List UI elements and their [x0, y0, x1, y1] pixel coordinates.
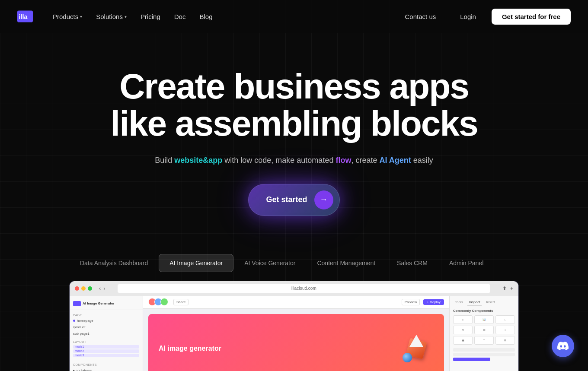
- browser-back-icon: ‹: [99, 285, 101, 292]
- highlight-flow: flow: [336, 156, 351, 165]
- layout-item-mode2[interactable]: mode2: [73, 349, 139, 353]
- app-layout: AI Image Generator PAGE homepage iproduc…: [70, 296, 518, 371]
- screenshot-inner: ‹ › illacloud.com ⬆ + AI Image Generator…: [70, 281, 518, 371]
- app-right-panel: Tools Inspect Insert Commonly Components…: [449, 296, 518, 371]
- component-item-5[interactable]: ▤: [474, 326, 494, 334]
- right-panel-section-title: Commonly Components: [453, 309, 515, 313]
- layout-item-mode3[interactable]: mode3: [73, 354, 139, 357]
- tab-sales-crm[interactable]: Sales CRM: [386, 254, 438, 272]
- component-item-8[interactable]: T: [474, 336, 494, 345]
- browser-url-bar[interactable]: illacloud.com: [118, 284, 490, 293]
- chevron-down-icon: ▾: [125, 14, 127, 19]
- nav-left: illa Products ▾ Solutions ▾ Pricing Doc …: [17, 9, 219, 24]
- browser-dot-minimize: [81, 286, 86, 291]
- sidebar-components-label: COMPONENTS: [70, 362, 143, 367]
- preview-button[interactable]: Preview: [402, 299, 420, 305]
- rp-tab-inspect[interactable]: Inspect: [467, 299, 482, 305]
- get-started-cta-button[interactable]: Get started →: [248, 184, 339, 216]
- sidebar-logo-row: AI Image Generator: [70, 299, 143, 310]
- component-item-2[interactable]: 📊: [474, 315, 494, 324]
- sidebar-app-title: AI Image Generator: [83, 301, 115, 305]
- highlight-website-app: website&app: [174, 156, 222, 165]
- navigation: illa Products ▾ Solutions ▾ Pricing Doc …: [0, 0, 588, 33]
- nav-item-doc[interactable]: Doc: [168, 10, 192, 24]
- avatar-3: [160, 298, 168, 306]
- sidebar-logo: [73, 301, 81, 306]
- screenshot-wrapper: ‹ › illacloud.com ⬆ + AI Image Generator…: [69, 281, 519, 371]
- discord-button[interactable]: [552, 335, 574, 357]
- canvas-card-title: AI image generator: [159, 345, 221, 352]
- triangle-shape: [409, 335, 423, 347]
- component-item-3[interactable]: □: [495, 315, 515, 324]
- nav-item-products[interactable]: Products ▾: [47, 10, 88, 24]
- component-item-1[interactable]: ≡: [453, 315, 473, 324]
- sidebar-item-homepage[interactable]: homepage: [70, 317, 143, 324]
- deploy-button[interactable]: + Deploy: [423, 299, 444, 305]
- hero-subtitle: Build website&app with low code, make au…: [9, 154, 579, 167]
- login-button[interactable]: Login: [451, 10, 485, 24]
- rp-property-bar-3: [453, 358, 490, 361]
- app-toolbar: Share Preview + Deploy: [143, 296, 449, 309]
- sidebar-item-subpage1[interactable]: sub-page1: [70, 330, 143, 337]
- right-panel-tabs: Tools Inspect Insert: [453, 299, 515, 305]
- arrow-right-icon: →: [314, 190, 333, 209]
- sidebar-pages-label: PAGE: [70, 313, 143, 317]
- browser-actions: ⬆ +: [502, 285, 513, 292]
- browser-share-icon: ⬆: [502, 285, 507, 292]
- app-main: Share Preview + Deploy AI image generato…: [143, 296, 449, 371]
- nav-item-pricing[interactable]: Pricing: [134, 10, 166, 24]
- canvas-3d-icon: [399, 331, 434, 366]
- browser-chrome: ‹ › illacloud.com ⬆ +: [70, 281, 518, 296]
- nav-item-blog[interactable]: Blog: [193, 10, 218, 24]
- canvas-card: AI image generator: [148, 314, 444, 371]
- collaborator-avatars: [148, 298, 168, 306]
- sidebar-layout-label: LAYOUT: [70, 339, 143, 344]
- nav-links: Products ▾ Solutions ▾ Pricing Doc Blog: [47, 10, 219, 24]
- sidebar-item-iproduct[interactable]: iproduct: [70, 324, 143, 330]
- get-started-free-button[interactable]: Get started for free: [492, 9, 571, 25]
- app-sidebar: AI Image Generator PAGE homepage iproduc…: [70, 296, 143, 371]
- component-item-6[interactable]: ○: [495, 326, 515, 334]
- tab-ai-voice[interactable]: AI Voice Generator: [233, 254, 306, 272]
- hero-section: Create business apps like assembling blo…: [0, 33, 588, 254]
- tab-admin-panel[interactable]: Admin Panel: [438, 254, 494, 272]
- cta-label: Get started: [266, 195, 307, 204]
- browser-nav-buttons: ‹ ›: [99, 285, 105, 292]
- tab-ai-image[interactable]: AI Image Generator: [159, 254, 233, 272]
- rp-tab-insert[interactable]: Insert: [484, 299, 496, 305]
- component-item-9[interactable]: ⊞: [495, 336, 515, 345]
- component-item-7[interactable]: ▣: [453, 336, 473, 345]
- cta-wrapper: Get started →: [9, 184, 579, 216]
- sidebar-layout-items: mode1 mode2 mode3: [70, 344, 143, 359]
- nav-right: Contact us Login Get started for free: [396, 9, 571, 25]
- share-button[interactable]: Share: [173, 299, 189, 305]
- demo-tabs: Data Analysis Dashboard AI Image Generat…: [0, 254, 588, 272]
- browser-dot-close: [75, 286, 79, 291]
- browser-dots: [75, 286, 92, 291]
- component-grid: ≡ 📊 □ ⟲ ▤ ○ ▣ T ⊞: [453, 315, 515, 345]
- sidebar-item-containers[interactable]: ▸ containers: [70, 367, 143, 371]
- contact-us-button[interactable]: Contact us: [396, 10, 445, 24]
- rp-property-bar-2: [453, 353, 515, 356]
- nav-item-solutions[interactable]: Solutions ▾: [90, 10, 133, 24]
- svg-text:illa: illa: [19, 13, 28, 20]
- sphere-shape: [403, 353, 412, 362]
- hero-title: Create business apps like assembling blo…: [56, 68, 532, 142]
- layout-item-mode1[interactable]: mode1: [73, 345, 139, 349]
- page-indicator: [73, 320, 75, 322]
- browser-new-tab-icon: +: [510, 285, 513, 292]
- browser-dot-fullscreen: [88, 286, 92, 291]
- component-item-4[interactable]: ⟲: [453, 326, 473, 334]
- rp-tab-tools[interactable]: Tools: [453, 299, 465, 305]
- logo[interactable]: illa: [17, 9, 33, 24]
- rp-property-bar-1: [453, 348, 515, 352]
- chevron-down-icon: ▾: [80, 14, 82, 19]
- app-canvas: AI image generator Text to image Image t…: [143, 309, 449, 371]
- highlight-ai-agent: AI Agent: [379, 156, 411, 165]
- tab-data-analysis[interactable]: Data Analysis Dashboard: [69, 254, 159, 272]
- browser-forward-icon: ›: [103, 285, 105, 292]
- tab-content-management[interactable]: Content Management: [306, 254, 386, 272]
